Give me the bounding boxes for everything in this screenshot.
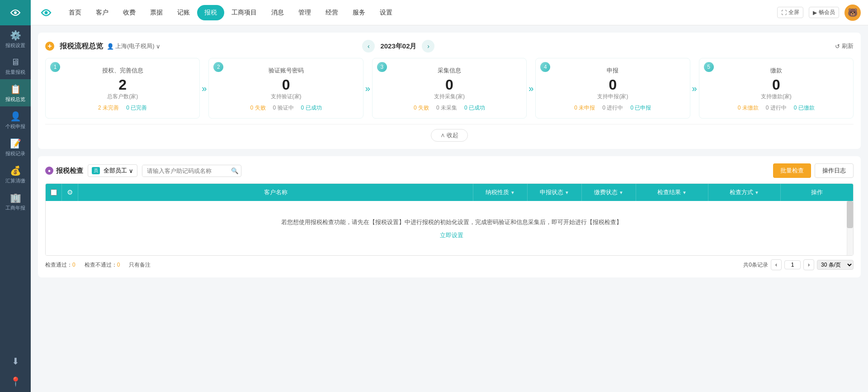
overview-header: + 报税流程总览 👤 上海(电子税局) ∨ ‹ 2023年02月 › ↺ 刷新: [45, 40, 854, 53]
current-month: 2023年02月: [380, 42, 416, 51]
pass-stat: 检查通过：0: [45, 261, 75, 269]
filter-icon-result[interactable]: ▼: [682, 190, 687, 195]
step-stat-ok-1: 0 已完善: [126, 104, 147, 112]
nav-accounting[interactable]: 记账: [170, 5, 197, 20]
fullscreen-button[interactable]: ⛶ 全屏: [777, 7, 803, 18]
prev-month-button[interactable]: ‹: [362, 40, 375, 53]
select-all-checkbox[interactable]: [51, 189, 57, 196]
fullscreen-icon: ⛶: [781, 10, 787, 16]
step-stat-ok-2: 0 已成功: [301, 104, 322, 112]
th-checkbox: [46, 184, 62, 201]
table-empty-body: 若您想使用报税检查功能，请先在【报税设置】中进行报税的初始化设置，完成密码验证和…: [46, 201, 853, 255]
search-button[interactable]: 🔍: [227, 165, 241, 177]
page-input[interactable]: [784, 260, 801, 269]
check-header: ● 报税检查 员 全部员工 ∨ 🔍 批量检查 操作日志: [45, 163, 854, 178]
table-footer: 检查通过：0 检查不通过：0 只有备注 共0条记录 ‹ › 30 条/页 50 …: [45, 256, 854, 270]
nav-message[interactable]: 消息: [264, 5, 291, 20]
step-stat-fail-5: 0 未缴款: [738, 104, 759, 112]
table-gear-icon[interactable]: ⚙: [67, 188, 73, 196]
user-avatar[interactable]: 🐻: [844, 5, 861, 21]
nav-right: ⛶ 全屏 ▶ 畅会员 🐻: [777, 5, 861, 21]
step-card-5: 5 缴款 0 支持缴款(家) 0 未缴款 0 进行中 0 已缴款: [699, 58, 854, 119]
scroll-thumb[interactable]: [847, 201, 853, 228]
sidebar-item-annual-tax[interactable]: 💰 汇算清缴: [0, 161, 31, 188]
th-gear: ⚙: [62, 184, 78, 201]
sidebar-item-personal-tax[interactable]: 👤 个税申报: [0, 106, 31, 134]
overview-card: + 报税流程总览 👤 上海(电子税局) ∨ ‹ 2023年02月 › ↺ 刷新: [38, 33, 861, 149]
step-sub-1: 总客户数(家): [51, 93, 194, 100]
annual-tax-icon: 💰: [10, 165, 21, 176]
location-selector[interactable]: 👤 上海(电子税局) ∨: [107, 42, 160, 50]
chevron-down-icon: ∨: [129, 167, 133, 174]
nav-fee[interactable]: 收费: [116, 5, 143, 20]
nav-service[interactable]: 服务: [345, 5, 373, 20]
th-check-method: 检查方式 ▼: [708, 184, 781, 201]
sidebar-item-batch-tax[interactable]: 🖥 批量报税: [0, 53, 31, 79]
step-count-5: 0: [705, 77, 848, 92]
nav-settings[interactable]: 设置: [373, 5, 400, 20]
th-pay-status: 缴费状态 ▼: [582, 184, 636, 201]
sidebar-item-download[interactable]: ⬇: [0, 351, 31, 372]
step-sub-3: 支持采集(家): [378, 93, 521, 100]
filter-icon-pay[interactable]: ▼: [619, 190, 623, 195]
nav-invoice[interactable]: 票据: [143, 5, 170, 20]
nav-management[interactable]: 管理: [291, 5, 318, 20]
step-title-3: 采集信息: [378, 67, 521, 75]
step-title-1: 授权、完善信息: [51, 67, 194, 75]
sidebar-item-business-annual[interactable]: 🏢 工商年报: [0, 188, 31, 215]
filter-icon-method[interactable]: ▼: [755, 190, 759, 195]
op-log-button[interactable]: 操作日志: [815, 163, 854, 178]
refresh-button[interactable]: ↺ 刷新: [835, 42, 854, 50]
sidebar-item-location[interactable]: 📍: [0, 372, 31, 392]
steps-row: 1 授权、完善信息 2 总客户数(家) 2 未完善 0 已完善 » 2 验证账号…: [45, 58, 854, 119]
step-stats-4: 0 未申报 0 进行中 0 已申报: [541, 104, 684, 112]
step-stat-fail-1: 2 未完善: [98, 104, 119, 112]
filter-icon-tax-nature[interactable]: ▼: [510, 190, 515, 195]
next-month-button[interactable]: ›: [422, 40, 434, 53]
nav-home[interactable]: 首页: [61, 5, 89, 20]
nav-tax[interactable]: 报税: [197, 5, 224, 20]
customer-search-input[interactable]: [142, 165, 227, 177]
nav-logo: [38, 5, 54, 21]
note-label: 只有备注: [129, 261, 151, 269]
filter-icon-declare[interactable]: ▼: [565, 190, 569, 195]
step-count-2: 0: [214, 77, 357, 92]
fail-count-link[interactable]: 0: [117, 262, 120, 268]
step-title-4: 申报: [541, 67, 684, 75]
step-stats-5: 0 未缴款 0 进行中 0 已缴款: [705, 104, 848, 112]
download-icon: ⬇: [12, 356, 19, 367]
app-logo[interactable]: [0, 0, 31, 25]
step-stats-2: 0 失败 0 验证中 0 已成功: [214, 104, 357, 112]
setup-link[interactable]: 立即设置: [440, 231, 463, 239]
pass-count-link[interactable]: 0: [72, 262, 75, 268]
collapse-button[interactable]: ∧ 收起: [431, 129, 468, 142]
employee-selector[interactable]: 员 全部员工 ∨: [88, 164, 137, 177]
business-annual-icon: 🏢: [10, 192, 21, 203]
next-page-button[interactable]: ›: [803, 259, 814, 270]
batch-check-button[interactable]: 批量检查: [773, 163, 811, 178]
total-records: 共0条记录: [743, 261, 768, 269]
collapse-section: ∧ 收起: [45, 124, 854, 142]
nav-operation[interactable]: 经营: [318, 5, 345, 20]
tax-overview-icon: 📋: [10, 84, 21, 95]
month-navigation: ‹ 2023年02月 ›: [362, 40, 434, 53]
nav-business[interactable]: 工商项目: [224, 5, 264, 20]
member-button[interactable]: ▶ 畅会员: [809, 7, 839, 18]
sidebar-item-tax-overview[interactable]: 📋 报税总览: [0, 79, 31, 106]
prev-page-button[interactable]: ‹: [771, 259, 782, 270]
step-count-4: 0: [541, 77, 684, 92]
personal-tax-icon: 👤: [10, 111, 21, 122]
step-count-3: 0: [378, 77, 521, 92]
sidebar-item-tax-records[interactable]: 📝 报税记录: [0, 134, 31, 161]
collapse-icon: ∧: [440, 132, 445, 139]
check-table: ⚙ 客户名称 纳税性质 ▼ 申报状态 ▼: [45, 183, 854, 256]
nav-customer[interactable]: 客户: [89, 5, 116, 20]
sidebar-item-tax-settings[interactable]: ⚙️ 报税设置: [0, 25, 31, 53]
step-title-2: 验证账号密码: [214, 67, 357, 75]
page-size-selector[interactable]: 30 条/页 50 条/页 100 条/页: [817, 260, 854, 270]
batch-tax-icon: 🖥: [11, 57, 20, 67]
pagination: 共0条记录 ‹ › 30 条/页 50 条/页 100 条/页: [743, 259, 854, 270]
refresh-icon: ↺: [835, 43, 840, 50]
svg-point-0: [14, 11, 17, 14]
step-num-3: 3: [377, 62, 387, 72]
